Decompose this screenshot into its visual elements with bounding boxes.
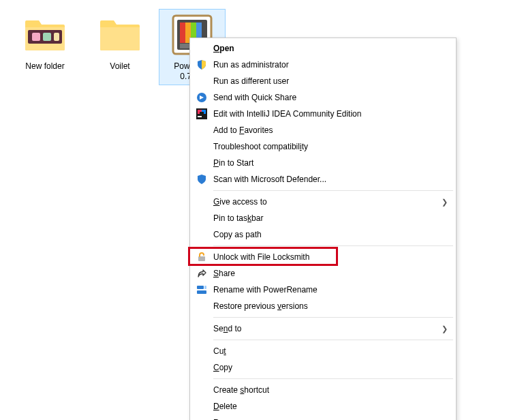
menu-item-pin-to-start[interactable]: Pin to Start	[191, 155, 454, 171]
menu-item-create-shortcut[interactable]: Create shortcut	[191, 382, 454, 398]
svg-rect-15	[197, 290, 206, 294]
menu-item-pin-to-taskbar[interactable]: Pin to taskbar	[191, 210, 454, 226]
lock-icon	[196, 251, 208, 263]
menu-item-label: Add to Favorites	[213, 125, 438, 135]
menu-item-label: Edit with IntelliJ IDEA Community Editio…	[213, 109, 438, 119]
menu-separator	[213, 317, 453, 318]
menu-item-copy[interactable]: Copy	[191, 359, 454, 376]
svg-rect-2	[43, 33, 51, 41]
context-menu: OpenRun as administratorRun as different…	[189, 38, 457, 420]
folder-icon	[94, 11, 146, 59]
menu-item-label: Create shortcut	[213, 385, 438, 395]
menu-item-label: Share	[213, 269, 438, 278]
share-icon	[196, 267, 208, 280]
menu-item-label: Rename with PowerRename	[213, 285, 438, 295]
powerrename-icon	[196, 284, 208, 296]
menu-item-label: Run as different user	[213, 76, 438, 86]
svg-rect-10	[180, 44, 189, 48]
menu-item-send-with-quick-share[interactable]: Send with Quick Share	[191, 89, 454, 106]
svg-rect-1	[32, 33, 40, 41]
svg-rect-6	[180, 22, 185, 43]
menu-item-run-as-administrator[interactable]: Run as administrator	[191, 57, 454, 73]
menu-item-label: Run as administrator	[213, 60, 438, 70]
desktop-item-label: New folder	[12, 61, 78, 72]
intellij-icon	[196, 108, 208, 120]
menu-item-label: Unlock with File Locksmith	[213, 252, 438, 262]
menu-item-delete[interactable]: Delete	[191, 398, 454, 415]
menu-item-unlock-with-file-locksmith[interactable]: Unlock with File Locksmith	[191, 249, 454, 265]
menu-item-open[interactable]: Open	[191, 40, 454, 57]
svg-rect-14	[198, 256, 205, 261]
menu-item-label: Send to	[213, 324, 438, 333]
svg-rect-3	[54, 33, 59, 41]
shield-icon	[196, 59, 208, 71]
svg-rect-16	[197, 286, 204, 289]
menu-item-label: Pin to Start	[213, 158, 438, 168]
menu-separator	[213, 190, 453, 191]
menu-item-troubleshoot-compatibility[interactable]: Troubleshoot compatibility	[191, 138, 454, 155]
menu-item-label: Copy as path	[213, 230, 438, 239]
menu-item-rename-with-powerrename[interactable]: Rename with PowerRename	[191, 282, 454, 298]
menu-item-rename[interactable]: Rename	[191, 415, 454, 420]
menu-item-label: Copy	[213, 363, 438, 372]
chevron-right-icon: ❯	[442, 325, 448, 333]
menu-item-edit-with-intellij-idea-community-edition[interactable]: Edit with IntelliJ IDEA Community Editio…	[191, 106, 454, 122]
desktop-item-new-folder[interactable]: New folder	[12, 11, 78, 72]
menu-separator	[213, 378, 453, 379]
menu-separator	[213, 245, 453, 246]
menu-item-copy-as-path[interactable]: Copy as path	[191, 226, 454, 243]
desktop-item-voilet[interactable]: Voilet	[87, 11, 153, 72]
menu-item-label: Pin to taskbar	[213, 213, 438, 223]
menu-item-label: Give access to	[213, 197, 438, 207]
menu-item-label: Send with Quick Share	[213, 93, 438, 102]
defender-icon	[196, 173, 208, 185]
menu-item-label: Delete	[213, 402, 438, 411]
svg-rect-13	[198, 116, 202, 117]
menu-item-add-to-favorites[interactable]: Add to Favorites	[191, 122, 454, 138]
menu-item-label: Cut	[213, 346, 438, 356]
menu-item-label: Open	[213, 44, 438, 53]
menu-item-restore-previous-versions[interactable]: Restore previous versions	[191, 298, 454, 314]
menu-item-run-as-different-user[interactable]: Run as different user	[191, 73, 454, 89]
svg-rect-17	[204, 286, 206, 289]
menu-item-give-access-to[interactable]: Give access to❯	[191, 194, 454, 210]
menu-item-share[interactable]: Share	[191, 265, 454, 282]
chevron-right-icon: ❯	[442, 198, 448, 207]
menu-item-label: Restore previous versions	[213, 301, 438, 311]
desktop-item-label: Voilet	[87, 61, 153, 72]
menu-item-scan-with-microsoft-defender[interactable]: Scan with Microsoft Defender...	[191, 171, 454, 188]
menu-item-cut[interactable]: Cut	[191, 343, 454, 359]
menu-item-label: Troubleshoot compatibility	[213, 142, 438, 151]
menu-item-label: Scan with Microsoft Defender...	[213, 175, 438, 184]
menu-separator	[213, 340, 453, 340]
folder-icon	[19, 11, 71, 59]
quickshare-icon	[196, 91, 208, 104]
menu-item-send-to[interactable]: Send to❯	[191, 320, 454, 337]
